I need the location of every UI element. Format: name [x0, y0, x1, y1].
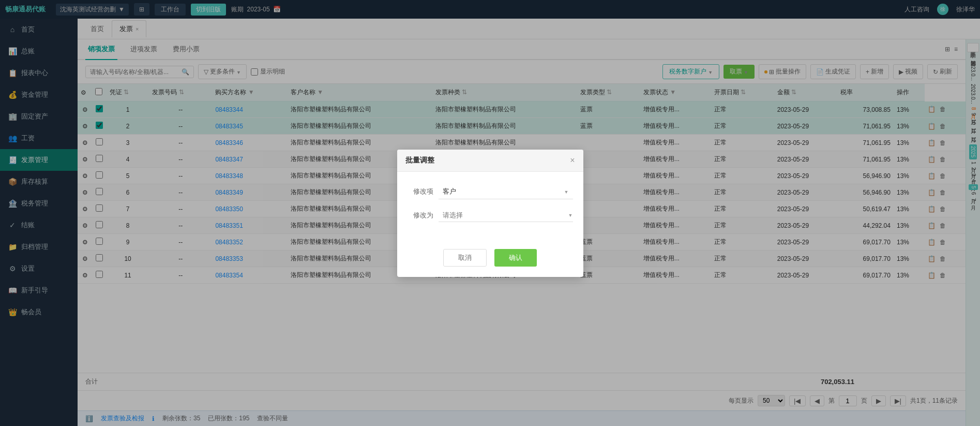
modal-cancel-button[interactable]: 取消: [443, 249, 487, 267]
modal-footer: 取消 确认: [397, 244, 583, 277]
modal-header: 批量调整 ×: [397, 150, 583, 172]
modify-item-label: 修改项: [408, 187, 433, 196]
modify-to-container: [439, 209, 573, 222]
modify-to-input[interactable]: [439, 209, 568, 222]
modal-body: 修改项 客户 修改为: [397, 172, 583, 244]
batch-adjust-modal: 批量调整 × 修改项 客户 修改为 取消 确认: [397, 150, 583, 277]
modal-title: 批量调整: [405, 156, 434, 165]
modal-close-button[interactable]: ×: [570, 156, 575, 165]
modify-to-label: 修改为: [408, 211, 433, 220]
form-row-modify-item: 修改项 客户: [408, 184, 573, 199]
form-row-modify-to: 修改为: [408, 209, 573, 222]
modal-overlay[interactable]: 批量调整 × 修改项 客户 修改为 取消 确认: [0, 0, 980, 426]
modal-confirm-button[interactable]: 确认: [494, 249, 537, 267]
modify-item-value: 客户: [443, 187, 456, 196]
modify-to-chevron-icon: [568, 211, 573, 218]
modify-item-chevron-icon: [564, 187, 569, 195]
modify-item-select[interactable]: 客户: [439, 184, 573, 199]
